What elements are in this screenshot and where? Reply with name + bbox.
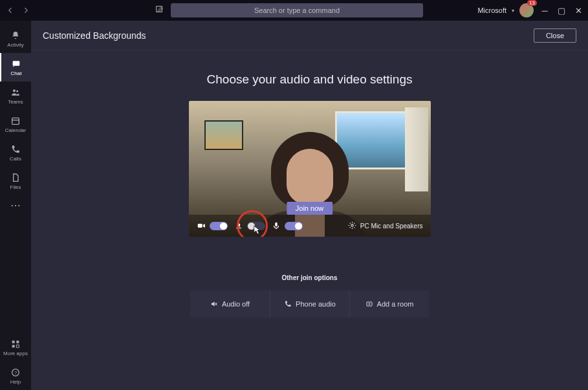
search-placeholder: Search or type a command [254, 6, 340, 14]
svg-rect-7 [16, 340, 19, 343]
rail-chat[interactable]: Chat [0, 53, 31, 81]
svg-rect-1 [13, 61, 20, 65]
join-now-button[interactable]: Join now [287, 202, 332, 215]
nav-back-button[interactable] [4, 4, 17, 17]
svg-point-2 [13, 89, 16, 92]
maximize-button[interactable]: ▢ [556, 5, 567, 16]
avatar[interactable]: 13 [519, 3, 534, 17]
preview-controls: PC Mic and Speakers [189, 215, 431, 237]
video-icon [197, 221, 206, 230]
main-area: Customized Backgrounds Close Choose your… [31, 21, 588, 390]
svg-rect-4 [12, 118, 19, 124]
audio-off-option[interactable]: Audio off [190, 290, 270, 318]
nav-forward-button[interactable] [19, 4, 32, 17]
device-settings-button[interactable]: PC Mic and Speakers [348, 221, 423, 231]
close-panel-button[interactable]: Close [534, 28, 576, 43]
background-toggle[interactable] [247, 222, 265, 230]
app-rail: Activity Chat Teams Calendar Calls Files… [0, 21, 31, 390]
rail-help[interactable]: ? Help [0, 362, 31, 390]
title-bar: Search or type a command Microsoft ▾ 13 … [0, 0, 588, 21]
svg-point-13 [237, 224, 240, 227]
close-window-button[interactable]: ✕ [572, 5, 584, 16]
svg-rect-8 [12, 345, 15, 347]
mic-toggle[interactable] [285, 222, 303, 230]
settings-headline: Choose your audio and video settings [207, 72, 413, 87]
chevron-down-icon: ▾ [512, 8, 514, 14]
svg-rect-12 [197, 224, 202, 228]
other-join-options: Audio off Phone audio Add a room [190, 290, 429, 318]
other-join-label: Other join options [281, 274, 337, 281]
phone-audio-option[interactable]: Phone audio [270, 290, 349, 318]
rail-more[interactable]: ⋯ [10, 199, 21, 211]
svg-rect-9 [16, 345, 19, 347]
search-input[interactable]: Search or type a command [171, 3, 423, 17]
device-label: PC Mic and Speakers [360, 222, 423, 230]
rail-teams[interactable]: Teams [0, 81, 31, 110]
sub-header: Customized Backgrounds Close [31, 21, 588, 50]
gear-icon [348, 221, 356, 231]
svg-rect-14 [275, 222, 278, 226]
svg-point-3 [16, 90, 18, 92]
mic-icon [272, 221, 281, 230]
page-title: Customized Backgrounds [43, 30, 146, 41]
new-message-icon[interactable] [155, 5, 164, 16]
svg-rect-6 [12, 340, 15, 343]
rail-calendar[interactable]: Calendar [0, 110, 31, 138]
background-blur-icon [234, 221, 243, 230]
video-preview: Join now [189, 101, 431, 237]
add-room-option[interactable]: Add a room [349, 290, 429, 318]
video-toggle[interactable] [210, 222, 228, 230]
rail-more-apps[interactable]: More apps [0, 333, 31, 362]
org-label[interactable]: Microsoft [477, 6, 506, 14]
rail-activity[interactable]: Activity [0, 25, 31, 53]
svg-point-15 [351, 224, 353, 226]
rail-calls[interactable]: Calls [0, 138, 31, 167]
minimize-button[interactable]: ─ [539, 5, 550, 16]
rail-files[interactable]: Files [0, 167, 31, 195]
notification-badge: 13 [527, 0, 537, 6]
svg-text:?: ? [14, 370, 17, 374]
